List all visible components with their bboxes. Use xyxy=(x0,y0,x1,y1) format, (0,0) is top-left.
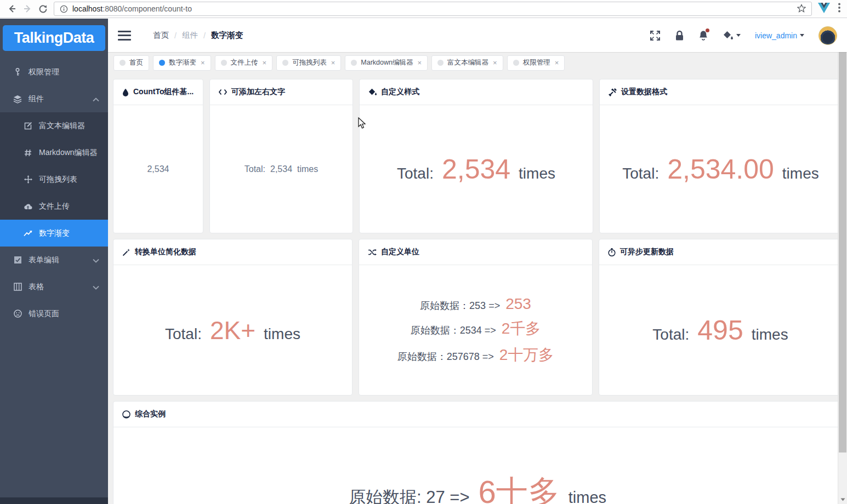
tag-count-to[interactable]: 数字渐变 × xyxy=(153,55,211,71)
caret-down-icon xyxy=(736,34,741,37)
tag-label: 可拖拽列表 xyxy=(292,58,327,67)
sidebar-item-count-to[interactable]: 数字渐变 xyxy=(0,220,108,247)
count-value: 2,534 xyxy=(270,164,292,174)
sidebar-item-label: 错误页面 xyxy=(29,309,99,319)
unit-label: 原始数据：253 => xyxy=(420,299,500,312)
sidebar-item-permissions[interactable]: 权限管理 xyxy=(0,59,108,85)
sidebar-item-file-upload[interactable]: 文件上传 xyxy=(0,193,108,220)
close-icon[interactable]: × xyxy=(555,59,559,66)
count-value: 2,534 xyxy=(442,153,510,185)
address-bar[interactable]: localhost:8080/component/count-to xyxy=(54,2,812,16)
vue-devtools-icon[interactable] xyxy=(817,2,831,16)
browser-reload-icon[interactable] xyxy=(35,1,50,16)
bell-icon[interactable] xyxy=(698,30,708,41)
sidebar-item-form-editor[interactable]: 表单编辑 xyxy=(0,247,108,273)
breadcrumb-current: 数字渐变 xyxy=(211,30,243,41)
card-title: 自定义单位 xyxy=(381,247,419,257)
page-scrollbar[interactable] xyxy=(838,19,847,504)
sidebar-item-markdown-editor[interactable]: Markdown编辑器 xyxy=(0,139,108,166)
close-icon[interactable]: × xyxy=(331,59,336,66)
sidebar-item-tables[interactable]: 表格 xyxy=(0,273,108,300)
sidebar-item-error-pages[interactable]: 错误页面 xyxy=(0,300,108,327)
scroll-down-icon[interactable] xyxy=(838,495,847,504)
unit-value: 2十万多 xyxy=(499,345,554,365)
tag-label: 权限管理 xyxy=(523,58,550,67)
stopwatch-icon xyxy=(608,248,616,256)
unit-label: 原始数据：2534 => xyxy=(411,324,496,337)
sidebar-item-label: 富文本编辑器 xyxy=(39,121,99,131)
sidebar-item-rich-text-editor[interactable]: 富文本编辑器 xyxy=(0,112,108,139)
card-async-update: 可异步更新数据 Total: 495 times xyxy=(599,239,842,396)
breadcrumb: 首页 / 组件 / 数字渐变 xyxy=(153,30,243,41)
tag-markdown-editor[interactable]: Markdown编辑器 × xyxy=(345,55,428,71)
card-title: 自定义样式 xyxy=(381,87,419,97)
bookmark-star-icon[interactable] xyxy=(797,4,806,14)
card-number-format: 设置数据格式 Total: 2,534.00 times xyxy=(599,79,842,233)
breadcrumb-components[interactable]: 组件 xyxy=(182,30,198,41)
sad-face-icon xyxy=(13,310,22,318)
unit-label: 原始数据：257678 => xyxy=(397,350,494,363)
user-menu[interactable]: iview_admin xyxy=(755,31,804,40)
card-unit-simplify: 转换单位简化数据 Total: 2K+ times xyxy=(113,239,353,396)
avatar[interactable] xyxy=(818,26,837,45)
chevron-down-icon xyxy=(93,283,99,291)
paint-bucket-icon xyxy=(368,88,377,96)
tag-label: 富文本编辑器 xyxy=(447,58,488,67)
count-value: 495 xyxy=(697,314,743,346)
sidebar-item-draggable-list[interactable]: 可拖拽列表 xyxy=(0,166,108,193)
card-countto-basic: CountTo组件基... 2,534 xyxy=(113,79,203,233)
theme-switch-dropdown[interactable] xyxy=(723,31,741,41)
close-icon[interactable]: × xyxy=(263,59,267,66)
card-custom-style: 自定义样式 Total: 2,534 times xyxy=(359,79,593,233)
app-logo[interactable]: TalkingData xyxy=(3,25,105,51)
card-title: CountTo组件基... xyxy=(133,87,194,97)
count-prefix: Total: xyxy=(165,325,202,343)
page-info-icon[interactable] xyxy=(60,5,68,13)
count-prefix: 原始数据: 27 => xyxy=(349,486,470,504)
tag-permissions[interactable]: 权限管理 × xyxy=(507,55,565,71)
unit-example-row: 原始数据：2534 => 2千多 xyxy=(397,318,554,339)
collapse-menu-icon[interactable] xyxy=(118,31,131,41)
close-icon[interactable]: × xyxy=(493,59,497,66)
breadcrumb-separator: / xyxy=(203,31,206,40)
tag-home[interactable]: 首页 xyxy=(113,55,149,71)
unit-example-row: 原始数据：257678 => 2十万多 xyxy=(397,345,554,365)
layers-icon xyxy=(13,95,22,104)
sidebar-item-label: 组件 xyxy=(29,94,93,104)
count-prefix: Total: xyxy=(622,165,659,182)
browser-back-icon[interactable] xyxy=(4,1,20,16)
paint-bucket-icon xyxy=(723,31,734,41)
sidebar-item-label: 表单编辑 xyxy=(29,255,93,265)
lock-icon[interactable] xyxy=(675,30,684,41)
tag-dot-icon xyxy=(221,60,227,66)
sidebar-submenu-components: 富文本编辑器 Markdown编辑器 可拖拽列表 xyxy=(0,112,108,247)
url-host: localhost xyxy=(72,4,103,13)
tag-draggable-list[interactable]: 可拖拽列表 × xyxy=(276,55,341,71)
count-suffix: times xyxy=(569,489,606,504)
move-icon xyxy=(24,175,32,184)
sidebar-menu: 权限管理 组件 富文本编辑器 xyxy=(0,59,108,327)
tag-rich-text-editor[interactable]: 富文本编辑器 × xyxy=(431,55,503,71)
close-icon[interactable]: × xyxy=(201,59,205,66)
card-left-right-text: 可添加左右文字 Total: 2,534 times xyxy=(209,79,353,233)
breadcrumb-home[interactable]: 首页 xyxy=(153,30,169,41)
notification-badge xyxy=(706,28,709,32)
unit-value: 253 xyxy=(505,295,531,313)
tag-file-upload[interactable]: 文件上传 × xyxy=(215,55,273,71)
sidebar-item-components[interactable]: 组件 xyxy=(0,85,108,112)
count-suffix: times xyxy=(297,164,318,174)
trending-up-icon xyxy=(24,229,32,238)
topbar: 首页 / 组件 / 数字渐变 xyxy=(108,19,847,52)
fullscreen-icon[interactable] xyxy=(650,30,661,41)
checkbox-icon xyxy=(13,256,22,265)
caret-down-icon xyxy=(800,34,804,37)
count-prefix: Total: xyxy=(245,164,265,174)
count-suffix: times xyxy=(782,165,819,182)
card-title: 综合实例 xyxy=(135,409,166,419)
browser-menu-icon[interactable] xyxy=(838,3,840,15)
tag-label: 文件上传 xyxy=(231,58,258,67)
scrollbar-thumb[interactable] xyxy=(839,28,846,453)
count-value: 2K+ xyxy=(210,316,255,345)
close-icon[interactable]: × xyxy=(417,59,422,66)
opened-tags-bar: 首页 数字渐变 × 文件上传 × 可拖拽列表 × Markdown编辑器 × xyxy=(108,52,847,73)
